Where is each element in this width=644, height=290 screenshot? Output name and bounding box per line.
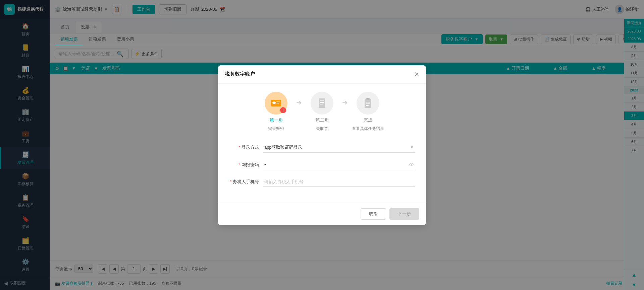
step-1-icon-wrap: !: [265, 92, 287, 115]
step-1-error-badge: !: [280, 107, 286, 113]
step-1-desc: 完善账密: [268, 126, 284, 132]
password-label: 网报密码: [229, 162, 259, 168]
password-input[interactable]: [264, 162, 409, 167]
svg-rect-10: [366, 102, 370, 102]
svg-rect-5: [320, 100, 324, 101]
step-2-desc: 去取票: [316, 126, 328, 132]
svg-rect-1: [272, 101, 276, 104]
password-field: 👁: [263, 161, 415, 169]
svg-rect-12: [366, 105, 369, 106]
svg-rect-9: [366, 98, 370, 100]
phone-field[interactable]: [263, 177, 415, 187]
main-content: 🏢 沈海英测试经营勿删 ▼ 📋 工作台 切到旧版 账期 2023-05 📅 🎧 …: [50, 0, 644, 290]
step-1-title: 第一步: [270, 117, 283, 123]
clipboard-icon: [362, 97, 374, 109]
steps-indicator: ! 第一步 完善账密 ➜: [229, 92, 415, 132]
login-method-select[interactable]: app获取验证码登录 ▼: [263, 142, 415, 153]
cancel-btn[interactable]: 取消: [361, 208, 386, 220]
step-2-title: 第二步: [316, 117, 329, 123]
step-3-title: 完成: [364, 117, 372, 123]
modal-title: 税务数字账户: [225, 71, 255, 77]
document-icon: [316, 97, 328, 109]
phone-input[interactable]: [264, 179, 414, 184]
step-2-icon-wrap: [311, 92, 333, 115]
step-3-icon-wrap: [357, 92, 379, 115]
phone-row: 办税人手机号: [229, 177, 415, 187]
svg-rect-3: [276, 103, 279, 103]
modal-header: 税务数字账户 ✕: [218, 65, 426, 84]
modal-overlay: 税务数字账户 ✕ !: [50, 0, 644, 290]
login-method-label: 登录方式: [229, 144, 259, 150]
modal-footer: 取消 下一步: [218, 203, 426, 225]
eye-icon[interactable]: 👁: [409, 162, 414, 167]
select-arrow-icon: ▼: [410, 145, 414, 150]
step-1: ! 第一步 完善账密: [256, 92, 296, 132]
step-2: 第二步 去取票: [302, 92, 342, 132]
step-3-desc: 查看具体任务结果: [352, 126, 384, 132]
svg-rect-6: [320, 102, 324, 103]
svg-rect-7: [320, 104, 323, 104]
id-card-icon: [270, 97, 282, 109]
svg-rect-2: [276, 101, 280, 102]
password-row: 网报密码 👁: [229, 161, 415, 169]
modal-body: ! 第一步 完善账密 ➜: [218, 84, 426, 203]
next-btn[interactable]: 下一步: [389, 208, 419, 220]
svg-rect-11: [366, 103, 370, 104]
svg-rect-4: [319, 98, 325, 108]
tax-account-modal: 税务数字账户 ✕ !: [218, 65, 426, 225]
step-arrow-2: ➜: [342, 92, 348, 106]
step-3: 完成 查看具体任务结果: [348, 92, 388, 132]
step-arrow-1: ➜: [296, 92, 302, 106]
modal-close-btn[interactable]: ✕: [414, 71, 419, 78]
phone-label: 办税人手机号: [229, 179, 259, 185]
login-method-row: 登录方式 app获取验证码登录 ▼: [229, 142, 415, 153]
